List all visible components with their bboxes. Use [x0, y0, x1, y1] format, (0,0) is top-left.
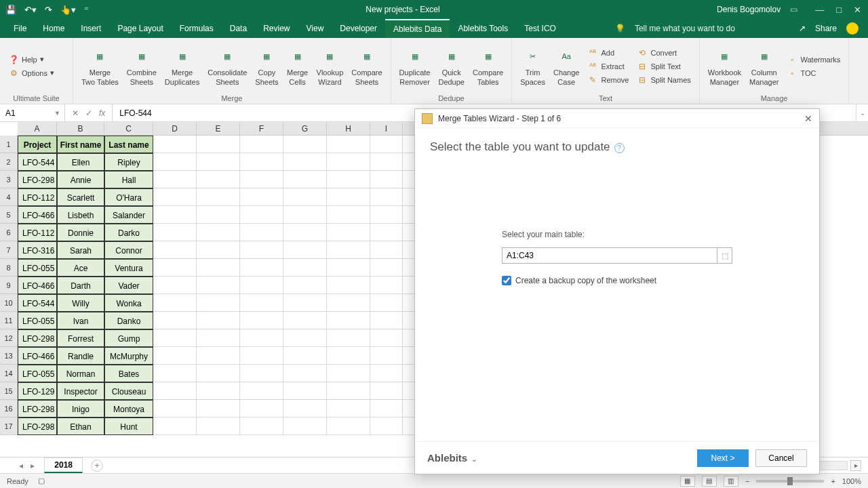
cell[interactable]: LFO-466	[18, 347, 57, 365]
view-normal-icon[interactable]: ▦	[680, 476, 695, 487]
column-header-C[interactable]: C	[104, 122, 153, 135]
cell-empty[interactable]	[327, 259, 370, 277]
watermarks-button[interactable]: ▫Watermarks	[787, 54, 841, 65]
cell[interactable]: LFO-055	[18, 312, 57, 329]
column-button[interactable]: ▦Column Manager	[745, 44, 783, 87]
cell-empty[interactable]	[370, 241, 403, 259]
remove-button[interactable]: ✎Remove	[587, 75, 629, 85]
dialog-close-icon[interactable]: ✕	[804, 113, 812, 124]
cell-empty[interactable]	[370, 277, 403, 294]
cell-empty[interactable]	[370, 171, 403, 188]
cell-empty[interactable]	[327, 294, 370, 312]
cell[interactable]: Last name	[104, 136, 153, 153]
row-header[interactable]: 15	[0, 382, 18, 400]
range-picker-icon[interactable]: ⬚	[717, 247, 732, 264]
row-header[interactable]: 1	[0, 136, 18, 153]
cell-empty[interactable]	[197, 241, 240, 259]
cell-empty[interactable]	[327, 136, 370, 153]
feedback-icon[interactable]	[846, 22, 859, 35]
tab-view[interactable]: View	[298, 19, 332, 38]
cell[interactable]: Darko	[104, 224, 153, 241]
cell-empty[interactable]	[283, 241, 327, 259]
cell[interactable]: LFO-129	[18, 382, 57, 400]
cell-empty[interactable]	[283, 153, 327, 171]
cell-empty[interactable]	[370, 294, 403, 312]
cell-empty[interactable]	[153, 136, 197, 153]
cell[interactable]: LFO-298	[18, 400, 57, 418]
cell[interactable]: Wonka	[104, 294, 153, 312]
cell-empty[interactable]	[153, 277, 197, 294]
column-header-B[interactable]: B	[57, 122, 104, 135]
cell-empty[interactable]	[327, 171, 370, 188]
cell-empty[interactable]	[197, 312, 240, 329]
cell-empty[interactable]	[327, 312, 370, 329]
cell-empty[interactable]	[153, 347, 197, 365]
zoom-level[interactable]: 100%	[842, 477, 861, 485]
cell[interactable]: LFO-466	[18, 206, 57, 224]
cell-empty[interactable]	[197, 365, 240, 382]
sheet-tab-2018[interactable]: 2018	[44, 458, 83, 473]
tab-file[interactable]: File	[5, 19, 35, 38]
help-button[interactable]: ❓Help ▾	[8, 54, 54, 65]
cell[interactable]: Lisbeth	[57, 206, 104, 224]
cell-empty[interactable]	[197, 294, 240, 312]
cell-empty[interactable]	[283, 224, 327, 241]
cell-empty[interactable]	[153, 294, 197, 312]
cell-empty[interactable]	[283, 277, 327, 294]
cell-empty[interactable]	[153, 171, 197, 188]
cell-empty[interactable]	[327, 382, 370, 400]
cell-empty[interactable]	[197, 259, 240, 277]
cell[interactable]: LFO-298	[18, 418, 57, 435]
cell-empty[interactable]	[197, 153, 240, 171]
cell-empty[interactable]	[240, 329, 283, 347]
column-header-I[interactable]: I	[370, 122, 403, 135]
cell-empty[interactable]	[197, 136, 240, 153]
fx-icon[interactable]: fx	[99, 108, 105, 118]
cell-empty[interactable]	[370, 153, 403, 171]
cell[interactable]: McMurphy	[104, 347, 153, 365]
cell-empty[interactable]	[240, 188, 283, 206]
compare-button[interactable]: ▦Compare Tables	[469, 44, 507, 87]
cell-empty[interactable]	[197, 329, 240, 347]
cell-empty[interactable]	[327, 329, 370, 347]
cell-empty[interactable]	[240, 171, 283, 188]
cell-empty[interactable]	[370, 418, 403, 435]
cell-empty[interactable]	[197, 382, 240, 400]
row-header[interactable]: 10	[0, 294, 18, 312]
cell-empty[interactable]	[283, 206, 327, 224]
backup-checkbox-input[interactable]	[502, 276, 511, 285]
add-button[interactable]: ᴬᴮAdd	[587, 47, 629, 58]
row-header[interactable]: 12	[0, 329, 18, 347]
cell-empty[interactable]	[370, 382, 403, 400]
backup-checkbox[interactable]: Create a backup copy of the worksheet	[502, 276, 804, 285]
split-names-button[interactable]: ⊟Split Names	[637, 75, 690, 85]
cell-empty[interactable]	[153, 206, 197, 224]
column-header-H[interactable]: H	[327, 122, 370, 135]
expand-formula-icon[interactable]: ⌄	[856, 104, 868, 121]
cell[interactable]: Darth	[57, 277, 104, 294]
user-name[interactable]: Denis Bogomolov	[717, 5, 781, 14]
workbook-button[interactable]: ▦Workbook Manager	[704, 44, 745, 87]
cell[interactable]: LFO-112	[18, 188, 57, 206]
cell[interactable]: First name	[57, 136, 104, 153]
cancel-button[interactable]: Cancel	[755, 449, 807, 467]
cell-empty[interactable]	[370, 259, 403, 277]
column-header-F[interactable]: F	[240, 122, 283, 135]
cell-empty[interactable]	[283, 418, 327, 435]
cell-empty[interactable]	[153, 259, 197, 277]
row-header[interactable]: 14	[0, 365, 18, 382]
minimize-icon[interactable]: —	[815, 5, 824, 15]
cell[interactable]: Clouseau	[104, 382, 153, 400]
cell[interactable]: Danko	[104, 312, 153, 329]
next-button[interactable]: Next >	[697, 449, 749, 467]
cell-empty[interactable]	[327, 400, 370, 418]
cell-empty[interactable]	[240, 224, 283, 241]
row-header[interactable]: 6	[0, 224, 18, 241]
zoom-slider[interactable]	[756, 480, 824, 483]
touch-mode-icon[interactable]: 👆▾	[60, 5, 76, 15]
cell-empty[interactable]	[327, 418, 370, 435]
cell-empty[interactable]	[370, 224, 403, 241]
cell[interactable]: LFO-055	[18, 365, 57, 382]
tab-data[interactable]: Data	[222, 19, 255, 38]
cell-empty[interactable]	[153, 153, 197, 171]
